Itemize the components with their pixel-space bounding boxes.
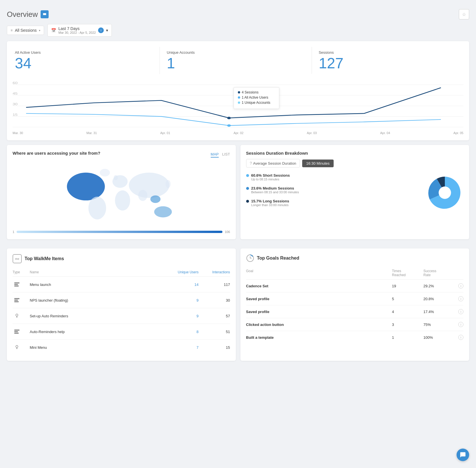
page-title: Overview [7, 10, 38, 19]
map-controls: MAP LIST [211, 152, 230, 158]
x-label-2: Apr. 01 [160, 131, 170, 135]
goal-name-1: Saved profile [246, 297, 392, 301]
map-tab-map[interactable]: MAP [211, 152, 219, 158]
date-filter[interactable]: 📅 Last 7 Days Mar 30, 2022 - Apr 5, 2022… [47, 24, 112, 37]
star-button[interactable]: ☆ [459, 9, 469, 19]
item-interactions-3: 51 [199, 330, 230, 334]
chart-area: 60 45 30 15 4 Sessions [13, 79, 463, 130]
medium-sessions-text: 23.6% Medium Sessions Between 08:15 and … [251, 186, 299, 194]
calendar-icon: 📅 [51, 28, 56, 33]
tooltip-unique-accounts-text: 1 Unique Accounts [242, 101, 270, 105]
tooltip-unique-accounts: 1 Unique Accounts [238, 101, 275, 105]
svg-point-20 [166, 180, 171, 188]
stats-card: All Active Users 34 Unique Accounts 1 Se… [7, 41, 469, 140]
goal-row: Built a template 1 100% i [246, 331, 464, 344]
goal-success-0: 29.2% [423, 284, 455, 288]
table-row: Auto-Reminders help 8 51 [13, 324, 230, 340]
walkme-title: Top WalkMe Items [25, 256, 64, 261]
col-times-header: TimesReached [392, 269, 423, 277]
goal-success-2: 17.4% [423, 310, 455, 314]
svg-text:45: 45 [13, 92, 18, 95]
long-sessions-text: 15.7% Long Sessions Longer than 33:00 mi… [251, 199, 289, 207]
item-name-2: Set-up Auto Reminders [30, 314, 167, 318]
date-info-icon[interactable]: i [98, 27, 104, 33]
svg-text:15: 15 [13, 113, 18, 117]
tooltip-active-users: 1 All Active Users [238, 95, 275, 99]
duration-item-long: 15.7% Long Sessions Longer than 33:00 mi… [246, 199, 421, 207]
type-icon-smarttip [13, 343, 21, 352]
goal-success-4: 100% [423, 335, 455, 340]
pie-chart-svg [426, 174, 463, 211]
col-name-header: Name [30, 270, 167, 274]
chevron-down-icon: ▾ [39, 29, 40, 32]
long-sessions-label: 15.7% Long Sessions [251, 199, 289, 203]
svg-text:60: 60 [13, 81, 18, 85]
long-sessions-sub: Longer than 33:00 minutes [251, 203, 289, 207]
svg-point-22 [439, 186, 451, 199]
short-sessions-text: 60.6% Short Sessions Up to 08:15 minutes [251, 173, 290, 181]
date-sub: Mar 30, 2022 - Apr 5, 2022 [58, 31, 96, 34]
map-card: Where are users accessing your site from… [7, 145, 236, 239]
svg-point-29 [16, 314, 18, 316]
svg-point-18 [100, 169, 110, 177]
type-icon-launcher [13, 327, 21, 336]
goal-success-3: 75% [423, 322, 455, 327]
chart-x-labels: Mar. 30 Mar. 31 Apr. 01 Apr. 02 Apr. 03 … [13, 130, 463, 135]
tooltip-sessions: 4 Sessions [238, 90, 275, 94]
tooltip-sessions-text: 4 Sessions [242, 90, 259, 94]
goal-row: Saved profile 4 17.4% i [246, 305, 464, 318]
goal-row: Cadence Set 19 29.2% i [246, 280, 464, 292]
info-icon-3[interactable]: i [458, 322, 463, 327]
tooltip-active-users-text: 1 All Active Users [242, 95, 268, 99]
chart-tooltip: 4 Sessions 1 All Active Users 1 Unique A… [234, 87, 279, 109]
table-row: Menu launch 14 117 [13, 277, 230, 292]
svg-point-12 [88, 197, 106, 220]
item-users-1: 9 [167, 298, 199, 302]
short-sessions-sub: Up to 08:15 minutes [251, 178, 290, 181]
legend-max: 106 [225, 230, 230, 234]
sessions-filter[interactable]: ≡ All Sessions ▾ [7, 26, 44, 35]
info-icon-0[interactable]: i [458, 283, 463, 288]
item-interactions-1: 30 [199, 298, 230, 302]
goals-title: Top Goals Reached [257, 256, 299, 261]
svg-point-17 [154, 206, 172, 217]
item-users-0: 14 [167, 282, 199, 287]
item-users-4: 7 [167, 345, 199, 350]
short-sessions-label: 60.6% Short Sessions [251, 173, 290, 178]
medium-sessions-dot [246, 187, 249, 190]
goal-times-0: 19 [392, 284, 423, 288]
svg-point-33 [16, 345, 18, 348]
walkme-card: me Top WalkMe Items Type Name Unique Use… [7, 248, 236, 361]
info-icon-1[interactable]: i [458, 296, 463, 301]
x-label-4: Apr. 03 [307, 131, 317, 135]
avg-label[interactable]: ? Average Session Duration [246, 159, 300, 168]
goals-header: Goal TimesReached SuccessRate [246, 267, 464, 280]
date-text-wrap: Last 7 Days Mar 30, 2022 - Apr 5, 2022 [58, 26, 96, 34]
info-icon-4[interactable]: i [458, 335, 463, 340]
map-title: Where are users accessing your site from… [13, 151, 100, 156]
duration-legend: 60.6% Short Sessions Up to 08:15 minutes… [246, 173, 421, 212]
walkme-card-header: me Top WalkMe Items [13, 254, 230, 263]
table-header: Type Name Unique Users Interactions [13, 268, 230, 277]
info-icon-2[interactable]: i [458, 309, 463, 314]
sessions-label: Sessions [319, 50, 457, 55]
sessions-dot [238, 91, 240, 93]
item-users-2: 9 [167, 314, 199, 318]
x-label-1: Mar. 31 [86, 131, 97, 135]
stats-row: All Active Users 34 Unique Accounts 1 Se… [13, 47, 463, 74]
svg-point-10 [227, 117, 231, 119]
medium-sessions-sub: Between 08:15 and 33:00 minutes [251, 190, 299, 194]
avg-session-control: ? Average Session Duration 16:30 Minutes [246, 159, 334, 168]
svg-rect-31 [14, 331, 18, 332]
long-sessions-dot [246, 200, 249, 203]
date-range-label: Last 7 Days [58, 26, 96, 31]
item-name-3: Auto-Reminders help [30, 330, 167, 334]
unique-accounts-value: 1 [167, 56, 304, 71]
svg-point-16 [150, 195, 160, 203]
type-icon-launcher [13, 280, 21, 289]
duration-item-short: 60.6% Short Sessions Up to 08:15 minutes [246, 173, 421, 181]
bottom-two-col: me Top WalkMe Items Type Name Unique Use… [7, 248, 469, 365]
goal-row: Saved profile 5 20.8% i [246, 292, 464, 305]
item-name-4: Mini Menu [30, 345, 167, 350]
map-tab-list[interactable]: LIST [222, 152, 230, 158]
